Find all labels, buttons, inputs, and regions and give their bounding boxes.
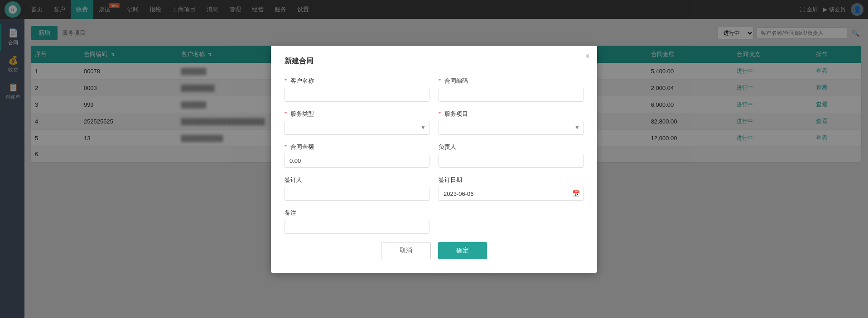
service-item-label: * 服务项目 bbox=[439, 110, 583, 118]
service-type-label: * 服务类型 bbox=[285, 110, 429, 118]
cancel-button[interactable]: 取消 bbox=[381, 242, 431, 259]
required-mark-1: * bbox=[285, 77, 287, 84]
form-group-service-item: * 服务项目 ▼ bbox=[439, 110, 583, 135]
signer-label: 签订人 bbox=[285, 176, 429, 184]
service-item-select[interactable] bbox=[439, 121, 583, 135]
customer-name-input[interactable] bbox=[285, 88, 429, 102]
form-group-sign-date: 签订日期 📅 bbox=[439, 176, 583, 201]
calendar-icon[interactable]: 📅 bbox=[572, 190, 580, 197]
form-group-contract-no: * 合同编码 bbox=[439, 77, 583, 102]
contract-amount-input[interactable] bbox=[285, 154, 429, 168]
form-row-4: 签订人 签订日期 📅 bbox=[285, 176, 583, 201]
new-contract-modal: 新建合同 × * 客户名称 * 合同编码 bbox=[271, 46, 597, 273]
form-group-note: 备注 bbox=[285, 209, 429, 234]
required-mark-5: * bbox=[285, 143, 287, 150]
contract-amount-label: * 合同金额 bbox=[285, 143, 429, 151]
modal-title: 新建合同 bbox=[285, 57, 583, 66]
service-item-wrap: ▼ bbox=[439, 121, 583, 135]
form-group-service-type: * 服务类型 ▼ bbox=[285, 110, 429, 135]
confirm-button[interactable]: 确定 bbox=[438, 242, 487, 259]
service-type-wrap: ▼ bbox=[285, 121, 429, 135]
form-row-5: 备注 bbox=[285, 209, 583, 234]
responsible-input[interactable] bbox=[439, 154, 583, 168]
note-input[interactable] bbox=[285, 220, 429, 234]
service-type-select[interactable] bbox=[285, 121, 429, 135]
sign-date-input[interactable] bbox=[439, 187, 583, 201]
sign-date-wrap: 📅 bbox=[439, 187, 583, 201]
required-mark-3: * bbox=[285, 110, 287, 117]
responsible-label: 负责人 bbox=[439, 143, 583, 151]
form-row-2: * 服务类型 ▼ * 服务项目 bbox=[285, 110, 583, 135]
form-group-amount: * 合同金额 bbox=[285, 143, 429, 168]
contract-no-label: * 合同编码 bbox=[439, 77, 583, 85]
form-group-customer: * 客户名称 bbox=[285, 77, 429, 102]
form-actions: 取消 确定 bbox=[285, 242, 583, 259]
note-label: 备注 bbox=[285, 209, 429, 217]
form-row-1: * 客户名称 * 合同编码 bbox=[285, 77, 583, 102]
form-row-3: * 合同金额 负责人 bbox=[285, 143, 583, 168]
sign-date-label: 签订日期 bbox=[439, 176, 583, 184]
contract-no-input[interactable] bbox=[439, 88, 583, 102]
modal-overlay[interactable]: 新建合同 × * 客户名称 * 合同编码 bbox=[0, 0, 868, 318]
modal-close-button[interactable]: × bbox=[585, 52, 590, 60]
signer-input[interactable] bbox=[285, 187, 429, 201]
form-group-signer: 签订人 bbox=[285, 176, 429, 201]
customer-name-label: * 客户名称 bbox=[285, 77, 429, 85]
form-group-responsible: 负责人 bbox=[439, 143, 583, 168]
required-mark-4: * bbox=[439, 110, 441, 117]
required-mark-2: * bbox=[439, 77, 441, 84]
